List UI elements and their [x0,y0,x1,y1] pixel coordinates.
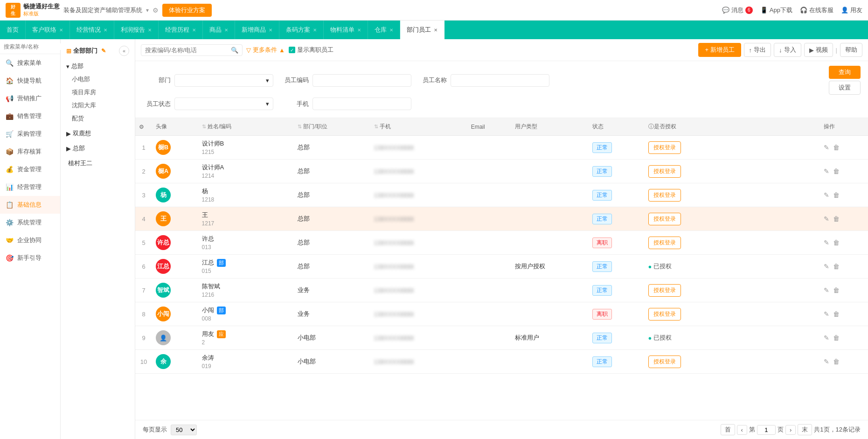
sub-item-xiaodian[interactable]: 小电部 [61,73,135,86]
sidebar-item-search[interactable]: 🔍搜索菜单 [0,54,60,72]
dept-select[interactable]: ▾ [174,74,273,87]
show-resigned-toggle[interactable]: ✓ 显示离职员工 [289,46,333,54]
sidebar-item-marketing[interactable]: 📢营销推广 [0,90,60,107]
sort-dept-icon[interactable]: ⇅ [298,124,302,129]
delete-icon[interactable]: 🗑 [833,239,840,246]
nav-tab-profit-close[interactable]: ✕ [148,28,152,33]
col-settings[interactable]: ⚙ [135,118,152,136]
edit-icon[interactable]: ✎ [824,334,829,341]
col-dept[interactable]: ⇅ 部门/职位 [294,118,370,136]
online-service-item[interactable]: 🎧 在线客服 [800,6,833,14]
delete-icon[interactable]: 🗑 [833,144,840,151]
edit-icon[interactable]: ✎ [824,215,829,223]
nav-tab-home[interactable]: 首页 [0,21,26,39]
edit-icon[interactable]: ✎ [824,167,829,175]
app-download-item[interactable]: 📱 App下载 [760,6,792,14]
delete-icon[interactable]: 🗑 [833,358,840,365]
nav-tab-bom[interactable]: 物料清单 ✕ [324,21,368,39]
sort-phone-icon[interactable]: ⇅ [374,124,378,129]
nav-tab-warehouse-close[interactable]: ✕ [389,28,393,33]
auth-btn[interactable]: 授权登录 [648,308,681,321]
nav-tab-operation[interactable]: 经营情况 ✕ [70,21,114,39]
delete-icon[interactable]: 🗑 [833,334,840,341]
edit-icon[interactable]: ✎ [824,239,829,246]
auth-btn[interactable]: 授权登录 [648,213,681,225]
nav-tab-history-close[interactable]: ✕ [192,28,196,33]
nav-tab-operation-close[interactable]: ✕ [104,28,107,33]
sub-sidebar-collapse-btn[interactable]: « [119,46,129,56]
delete-icon[interactable]: 🗑 [833,310,840,318]
search-btn[interactable]: 查询 [829,66,861,79]
emp-name-input[interactable] [451,74,549,87]
sidebar-item-inventory[interactable]: 📦库存核算 [0,143,60,160]
sub-item-shenyang[interactable]: 沈阳大库 [61,99,135,112]
auth-btn[interactable]: 授权登录 [648,189,681,202]
nav-tab-warehouse[interactable]: 仓库 ✕ [368,21,400,39]
sub-item-peihuo[interactable]: 配货 [61,112,135,125]
sub-group-zongbu-title[interactable]: ▶ 总部 [61,142,135,155]
nav-tab-goods[interactable]: 商品 ✕ [203,21,235,39]
delete-icon[interactable]: 🗑 [833,215,840,223]
sidebar-item-basic[interactable]: 📋基础信息 [0,196,60,214]
auth-btn[interactable]: 授权登录 [648,237,681,249]
sidebar-item-sales[interactable]: 💼销售管理 [0,107,60,125]
message-item[interactable]: 💬 消息 6 [722,6,753,14]
user-item[interactable]: 👤 用友 [841,6,862,14]
sort-name-icon[interactable]: ⇅ [202,124,206,129]
last-page-btn[interactable]: 末 [798,424,812,435]
nav-tab-goods-close[interactable]: ✕ [224,28,228,33]
col-phone[interactable]: ⇅ 手机 [370,118,467,136]
delete-icon[interactable]: 🗑 [833,167,840,175]
search-box[interactable]: 🔍 [141,44,243,56]
sidebar-item-purchase[interactable]: 🛒采购管理 [0,125,60,143]
sidebar-item-system[interactable]: ⚙️系统管理 [0,214,60,231]
edit-icon[interactable]: ✎ [824,263,829,270]
nav-tab-staff-close[interactable]: ✕ [434,28,437,33]
emp-status-select[interactable]: ▾ [174,98,273,110]
nav-tab-staff[interactable]: 部门员工 ✕ [400,21,444,39]
edit-icon[interactable]: ✎ [824,310,829,318]
phone-input[interactable] [312,98,411,110]
sidebar-item-nav[interactable]: 🏠快捷导航 [0,72,60,90]
set-btn[interactable]: 设置 [829,81,861,95]
next-page-btn[interactable]: › [785,425,796,435]
edit-icon[interactable]: ✎ [824,286,829,294]
auth-btn[interactable]: 授权登录 [648,355,681,368]
edit-icon[interactable]: ✎ [824,358,829,365]
sidebar-search-box[interactable]: 🔍 [0,39,60,54]
help-btn[interactable]: 帮助 [840,43,862,57]
sub-item-project[interactable]: 项目库房 [61,86,135,99]
trial-button[interactable]: 体验行业方案 [162,4,212,17]
edit-icon[interactable]: ✎ [824,191,829,199]
nav-tab-new-goods[interactable]: 新增商品 ✕ [235,21,279,39]
nav-tab-profit[interactable]: 利润报告 ✕ [114,21,159,39]
delete-icon[interactable]: 🗑 [833,263,840,270]
nav-tab-customer[interactable]: 客户联络 ✕ [26,21,70,39]
sub-group-zhicun-title[interactable]: 植村王二 [61,157,135,170]
per-page-select[interactable]: 50 100 200 [171,425,197,435]
sidebar-item-finance[interactable]: 💰资金管理 [0,160,60,178]
auth-btn[interactable]: 授权登录 [648,141,681,154]
auth-btn[interactable]: 授权登录 [648,284,681,297]
show-resigned-checkbox[interactable]: ✓ [289,47,295,53]
edit-icon[interactable]: ✎ [824,144,829,151]
auth-btn[interactable]: 授权登录 [648,165,681,178]
add-employee-btn[interactable]: + 新增员工 [698,43,741,57]
nav-tab-barcode[interactable]: 条码方案 ✕ [279,21,324,39]
settings-icon[interactable]: ⚙ [153,7,159,14]
sidebar-item-guide[interactable]: 🎯新手引导 [0,249,60,267]
col-name[interactable]: ⇅ 姓名/编码 [198,118,294,136]
export-btn[interactable]: ↑ 导出 [744,43,771,57]
nav-tab-history[interactable]: 经营历程 ✕ [159,21,203,39]
delete-icon[interactable]: 🗑 [833,191,840,199]
view-btn[interactable]: ▶ 视频 [804,43,833,57]
nav-tab-new-goods-close[interactable]: ✕ [269,28,272,33]
import-btn[interactable]: ↓ 导入 [774,43,801,57]
sub-group-shuanglu-title[interactable]: ▶ 双鹿想 [61,127,135,140]
page-input[interactable] [757,425,776,435]
nav-tab-bom-close[interactable]: ✕ [357,28,361,33]
nav-tab-customer-close[interactable]: ✕ [59,28,63,33]
nav-tab-barcode-close[interactable]: ✕ [313,28,317,33]
delete-icon[interactable]: 🗑 [833,286,840,294]
system-title-chevron[interactable]: ▾ [146,7,149,14]
